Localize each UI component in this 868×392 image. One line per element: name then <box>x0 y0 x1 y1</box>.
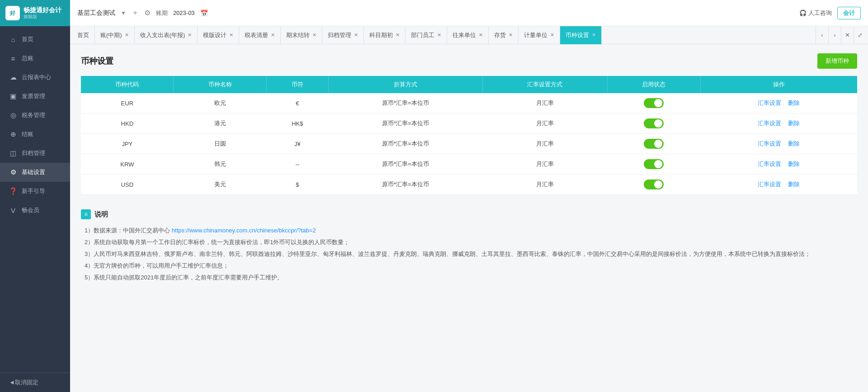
rate-setting-link[interactable]: 汇率设置 <box>758 161 781 167</box>
tab-archive[interactable]: 归档管理 ✕ <box>322 26 364 44</box>
toggle-enabled[interactable] <box>644 179 664 189</box>
tab-closing[interactable]: 期末结转 ✕ <box>281 26 322 44</box>
sidebar-item-home[interactable]: ⌂ 首页 <box>0 30 70 49</box>
tab-period-close[interactable]: ✕ <box>125 32 129 38</box>
sidebar: 好 畅捷通好会计 旗舰版 ⌂ 首页 ≡ 总账 ☁ 云报表中心 ▣ 发票管理 ◎ … <box>0 0 70 392</box>
tab-dept[interactable]: 部门员工 ✕ <box>406 26 447 44</box>
sidebar-item-guide[interactable]: ❓ 新手引导 <box>0 182 70 201</box>
tab-nav-btns: ‹ › ✕ ⤢ <box>816 26 866 44</box>
toggle-enabled[interactable] <box>644 118 664 128</box>
tab-subjects-close[interactable]: ✕ <box>396 32 400 38</box>
tab-home-label: 首页 <box>77 31 89 39</box>
notes-item: 5）系统只能自动抓取2021年度后的汇率，之前年度汇率需要用户手工维护。 <box>85 272 857 283</box>
sidebar-label-archive: 归档管理 <box>22 149 45 157</box>
app-sub: 旗舰版 <box>24 14 61 20</box>
tab-inventory-close[interactable]: ✕ <box>509 32 513 38</box>
top-bar-add[interactable]: ＋ <box>132 8 139 18</box>
top-bar-settings[interactable]: ⚙ <box>144 9 151 17</box>
tab-prev-btn[interactable]: ‹ <box>816 26 828 44</box>
tab-income-label: 收入支出表(年报) <box>140 31 185 39</box>
pin-label: ◄取消固定 <box>9 378 38 387</box>
cell-symbol: J¥ <box>267 134 328 154</box>
delete-link[interactable]: 删除 <box>788 161 800 167</box>
cell-status <box>607 134 700 154</box>
toggle-enabled[interactable] <box>644 159 664 169</box>
tab-period-label: 账(中期) <box>100 31 122 39</box>
sidebar-label-ledger: 总账 <box>22 54 33 62</box>
cell-calc: 原币*汇率=本位币 <box>328 175 483 195</box>
cell-calc: 原币*汇率=本位币 <box>328 134 483 154</box>
tab-tax[interactable]: 税表清册 ✕ <box>239 26 281 44</box>
toggle-enabled[interactable] <box>644 98 664 108</box>
sidebar-item-settings[interactable]: ⚙ 基础设置 <box>0 163 70 182</box>
delete-link[interactable]: 删除 <box>788 99 800 106</box>
tab-closing-close[interactable]: ✕ <box>312 32 316 38</box>
main-area: 基层工会测试 ▼ ＋ ⚙ 账期 2023-03 📅 🎧 人工咨询 会计 首页 账… <box>70 0 868 392</box>
sidebar-label-tax: 税务管理 <box>22 111 45 119</box>
rate-setting-link[interactable]: 汇率设置 <box>758 120 781 127</box>
tab-tax-label: 税表清册 <box>245 31 268 39</box>
tab-tax-close[interactable]: ✕ <box>271 32 275 38</box>
company-dropdown-icon[interactable]: ▼ <box>121 10 126 16</box>
col-symbol: 币符 <box>267 76 328 93</box>
cell-calc: 原币*汇率=本位币 <box>328 93 483 113</box>
delete-link[interactable]: 删除 <box>788 181 800 188</box>
archive-icon: ◫ <box>9 149 17 157</box>
tab-dept-label: 部门员工 <box>411 31 434 39</box>
tab-template-close[interactable]: ✕ <box>229 32 233 38</box>
sidebar-label-invoice: 发票管理 <box>22 92 45 100</box>
cell-status <box>607 154 700 175</box>
page-content: 币种设置 新增币种 币种代码 币种名称 币符 折算方式 汇率设置方式 启用状态 … <box>70 44 868 392</box>
tab-dept-close[interactable]: ✕ <box>437 32 441 38</box>
consulting-label: 人工咨询 <box>808 9 832 17</box>
tab-archive-close[interactable]: ✕ <box>354 32 358 38</box>
sidebar-item-report[interactable]: ☁ 云报表中心 <box>0 68 70 87</box>
tab-bar: 首页 账(中期) ✕ 收入支出表(年报) ✕ 模版设计 ✕ 税表清册 ✕ 期末结… <box>70 26 868 44</box>
tab-unit-close[interactable]: ✕ <box>550 32 554 38</box>
rate-setting-link[interactable]: 汇率设置 <box>758 140 781 147</box>
account-badge[interactable]: 会计 <box>837 7 861 19</box>
new-currency-button[interactable]: 新增币种 <box>817 53 857 69</box>
notes-link[interactable]: https://www.chinamoney.com.cn/chinese/bk… <box>172 227 316 234</box>
rate-setting-link[interactable]: 汇率设置 <box>758 99 781 106</box>
rate-setting-link[interactable]: 汇率设置 <box>758 181 781 188</box>
tab-currency-close[interactable]: ✕ <box>592 32 596 38</box>
col-name: 币种名称 <box>174 76 267 93</box>
sidebar-pin-toggle[interactable]: ◄取消固定 <box>0 373 70 392</box>
report-icon: ☁ <box>9 73 17 81</box>
tab-period[interactable]: 账(中期) ✕ <box>95 26 135 44</box>
tab-next-btn[interactable]: › <box>828 26 841 44</box>
tab-template[interactable]: 模版设计 ✕ <box>198 26 239 44</box>
sidebar-item-tax[interactable]: ◎ 税务管理 <box>0 106 70 125</box>
tab-currency[interactable]: 币种设置 ✕ <box>560 26 602 44</box>
toggle-enabled[interactable] <box>644 139 664 149</box>
sidebar-item-invoice[interactable]: ▣ 发票管理 <box>0 87 70 106</box>
sidebar-item-ledger[interactable]: ≡ 总账 <box>0 49 70 68</box>
sidebar-item-settle[interactable]: ⊕ 结账 <box>0 125 70 144</box>
cell-actions: 汇率设置 删除 <box>700 93 857 113</box>
tab-unit[interactable]: 计量单位 ✕ <box>519 26 560 44</box>
delete-link[interactable]: 删除 <box>788 140 800 147</box>
tab-inventory[interactable]: 存货 ✕ <box>489 26 519 44</box>
tab-income-close[interactable]: ✕ <box>188 32 192 38</box>
consulting-button[interactable]: 🎧 人工咨询 <box>799 9 832 17</box>
notes-title-wrap: ≡ 说明 <box>81 209 857 219</box>
calendar-icon[interactable]: 📅 <box>200 9 208 17</box>
tab-customer-close[interactable]: ✕ <box>479 32 483 38</box>
tab-income[interactable]: 收入支出表(年报) ✕ <box>135 26 198 44</box>
tab-close-btn[interactable]: ✕ <box>841 26 854 44</box>
tab-home[interactable]: 首页 <box>72 26 95 44</box>
cell-actions: 汇率设置 删除 <box>700 175 857 195</box>
sidebar-item-archive[interactable]: ◫ 归档管理 <box>0 144 70 163</box>
cell-rate-type: 月汇率 <box>483 134 608 154</box>
tab-customer[interactable]: 往来单位 ✕ <box>447 26 489 44</box>
tab-subjects[interactable]: 科目期初 ✕ <box>364 26 406 44</box>
tab-inventory-label: 存货 <box>494 31 506 39</box>
tab-subjects-label: 科目期初 <box>369 31 393 39</box>
cell-actions: 汇率设置 删除 <box>700 134 857 154</box>
tab-expand-btn[interactable]: ⤢ <box>854 26 866 44</box>
tab-unit-label: 计量单位 <box>524 31 547 39</box>
cell-status <box>607 113 700 134</box>
delete-link[interactable]: 删除 <box>788 120 800 127</box>
sidebar-item-member[interactable]: V 畅会员 <box>0 201 70 220</box>
